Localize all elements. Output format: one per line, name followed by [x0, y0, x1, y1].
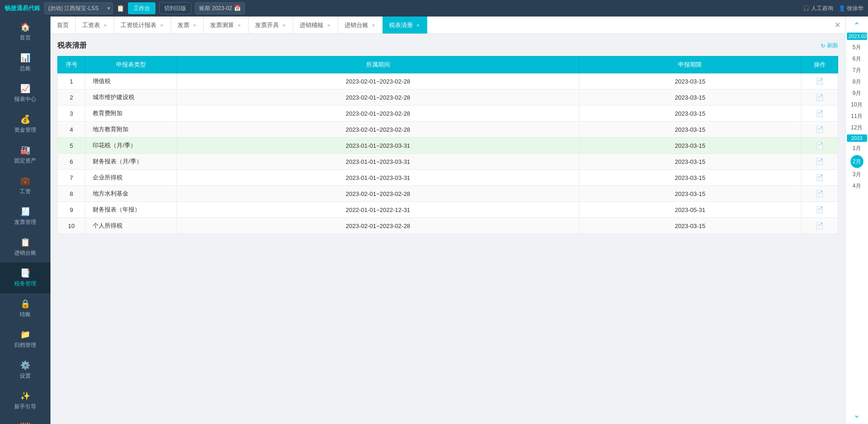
tab-salary-table[interactable]: 工资表 ×: [76, 17, 114, 34]
cell-action: 📄: [801, 154, 838, 170]
sidebar-item-home[interactable]: 🏠 首页: [0, 17, 50, 47]
right-panel: ⌃ 2023.02 5月 6月 7月 8月 9月 10月 11月 12月 202…: [845, 17, 868, 424]
tab-salary-table-close[interactable]: ×: [103, 22, 107, 28]
page-header: 税表清册 ↻ 刷新: [57, 41, 838, 50]
tab-tax-list[interactable]: 税表清册 ×: [383, 17, 427, 34]
panel-down-button[interactable]: ⌄: [851, 408, 862, 422]
cell-deadline: 2023-03-15: [579, 106, 801, 122]
tab-salary-stats-close[interactable]: ×: [159, 22, 164, 28]
company-selector[interactable]: (勿动) 江西报宝-LSS: [44, 2, 113, 14]
sidebar-label-home: 首页: [20, 34, 31, 42]
action-icon-2[interactable]: 📄: [816, 110, 823, 117]
tab-tax-list-close[interactable]: ×: [416, 22, 420, 28]
action-icon-0[interactable]: 📄: [816, 78, 823, 85]
tab-invoice[interactable]: 发票 ×: [171, 17, 204, 34]
calendar-icon[interactable]: 📅: [234, 5, 241, 11]
main-layout: 🏠 首页 📊 总账 📈 报表中心 💰 资金管理 🏭 固定资产 💼 工资 🧾 发票…: [0, 17, 868, 424]
tab-invoice-calc-label: 发票测算: [210, 21, 234, 29]
user-info[interactable]: 👤 徐涂华: [839, 5, 863, 12]
tab-purchase-verify[interactable]: 进销稽核 ×: [293, 17, 338, 34]
sidebar-label-purchase: 进销台账: [14, 249, 36, 257]
sidebar-label-tax: 税务管理: [14, 280, 36, 288]
action-icon-3[interactable]: 📄: [816, 126, 823, 133]
month-1[interactable]: 1月: [847, 143, 867, 154]
action-icon-5[interactable]: 📄: [816, 158, 823, 165]
sidebar-item-closing[interactable]: 🔒 结账: [0, 293, 50, 324]
tab-invoice-open[interactable]: 发票开具 ×: [249, 17, 293, 34]
workstation-button[interactable]: 工作台: [128, 2, 156, 14]
sidebar-item-salary[interactable]: 💼 工资: [0, 170, 50, 201]
cell-seq: 6: [58, 154, 85, 170]
month-11[interactable]: 11月: [847, 111, 867, 122]
cell-deadline: 2023-05-31: [579, 202, 801, 218]
header-right: 🎧 人工咨询 👤 徐涂华: [803, 5, 863, 12]
month-5[interactable]: 5月: [847, 42, 867, 53]
tab-invoice-open-close[interactable]: ×: [282, 22, 286, 28]
cell-type: 个人所得税: [85, 218, 177, 234]
tab-invoice-calc[interactable]: 发票测算 ×: [204, 17, 248, 34]
tab-bar: 首页 工资表 × 工资统计报表 × 发票 × 发票测算 × 发票开具 ×: [50, 17, 845, 34]
cell-action: 📄: [801, 73, 838, 89]
col-type: 申报表类型: [85, 56, 177, 73]
tab-invoice-calc-close[interactable]: ×: [237, 22, 241, 28]
cell-action: 📄: [801, 138, 838, 154]
sidebar-item-guide[interactable]: ✨ 新手引导: [0, 385, 50, 416]
sidebar-label-fund: 资金管理: [14, 126, 36, 134]
sidebar-item-fund[interactable]: 💰 资金管理: [0, 109, 50, 139]
sidebar-item-ledger[interactable]: 📊 总账: [0, 47, 50, 78]
member-icon: 👑: [20, 422, 30, 424]
sidebar-item-invoice[interactable]: 🧾 发票管理: [0, 201, 50, 232]
sidebar-item-report[interactable]: 📈 报表中心: [0, 78, 50, 109]
action-icon-6[interactable]: 📄: [816, 174, 823, 181]
table-row: 7 企业所得税 2023-01-01~2023-03-31 2023-03-15…: [58, 170, 838, 186]
month-6[interactable]: 6月: [847, 53, 867, 65]
table-row: 2 城市维护建设税 2023-02-01~2023-02-28 2023-03-…: [58, 89, 838, 106]
settings-icon: ⚙️: [20, 360, 30, 370]
tax-table: 序号 申报表类型 所属期间 申报期限 操作 1 增值税 2023-02-01~2…: [57, 56, 838, 234]
month-8[interactable]: 8月: [847, 76, 867, 88]
table-row: 1 增值税 2023-02-01~2023-02-28 2023-03-15 📄: [58, 73, 838, 89]
tab-bar-end: ✕: [830, 21, 845, 29]
month-7[interactable]: 7月: [847, 65, 867, 76]
sidebar-item-archive[interactable]: 📁 归档管理: [0, 324, 50, 355]
sidebar-item-purchase[interactable]: 📋 进销台账: [0, 232, 50, 262]
panel-up-button[interactable]: ⌃: [851, 19, 862, 33]
action-icon-9[interactable]: 📄: [816, 222, 823, 229]
refresh-button[interactable]: ↻ 刷新: [821, 42, 838, 50]
tab-purchase-verify-close[interactable]: ×: [326, 22, 331, 28]
sidebar-item-member[interactable]: 👑 畅会员: [0, 416, 50, 424]
cell-type: 增值税: [85, 73, 177, 89]
tab-invoice-close[interactable]: ×: [192, 22, 197, 28]
tab-salary-stats[interactable]: 工资统计报表 ×: [114, 17, 171, 34]
cell-seq: 7: [58, 170, 85, 186]
page-content: 税表清册 ↻ 刷新 序号 申报表类型 所属期间 申报期限 操作: [50, 34, 845, 424]
month-12[interactable]: 12月: [847, 122, 867, 134]
top-header: 畅捷通易代账 (勿动) 江西报宝-LSS 📋 工作台 切到旧版 账期 2023-…: [0, 0, 868, 17]
action-icon-8[interactable]: 📄: [816, 206, 823, 213]
sidebar-item-fixed[interactable]: 🏭 固定资产: [0, 139, 50, 170]
app-logo: 畅捷通易代账: [5, 4, 40, 12]
tab-purchase-ledger[interactable]: 进销台账 ×: [338, 17, 383, 34]
month-2-active[interactable]: 2月: [851, 155, 863, 168]
action-icon-1[interactable]: 📄: [816, 94, 823, 101]
ai-consult[interactable]: 🎧 人工咨询: [803, 5, 833, 12]
month-3[interactable]: 3月: [847, 169, 867, 180]
tab-purchase-ledger-close[interactable]: ×: [371, 22, 376, 28]
month-4[interactable]: 4月: [847, 180, 867, 192]
cell-period: 2023-01-01~2023-03-31: [177, 170, 579, 186]
sidebar-label-guide: 新手引导: [14, 403, 36, 411]
cell-period: 2023-02-01~2023-02-28: [177, 122, 579, 138]
table-row: 6 财务报表（月/季） 2023-01-01~2023-03-31 2023-0…: [58, 154, 838, 170]
month-9[interactable]: 9月: [847, 88, 867, 99]
action-icon-7[interactable]: 📄: [816, 190, 823, 197]
content-area: 首页 工资表 × 工资统计报表 × 发票 × 发票测算 × 发票开具 ×: [50, 17, 845, 424]
cell-action: 📄: [801, 186, 838, 202]
cell-seq: 5: [58, 138, 85, 154]
tab-home[interactable]: 首页: [50, 17, 76, 34]
close-all-icon[interactable]: ✕: [835, 21, 840, 29]
sidebar-item-settings[interactable]: ⚙️ 设置: [0, 355, 50, 385]
switch-old-button[interactable]: 切到旧版: [159, 2, 191, 14]
action-icon-4[interactable]: 📄: [816, 142, 823, 149]
month-10[interactable]: 10月: [847, 99, 867, 111]
sidebar-item-tax[interactable]: 📑 税务管理: [0, 262, 50, 293]
